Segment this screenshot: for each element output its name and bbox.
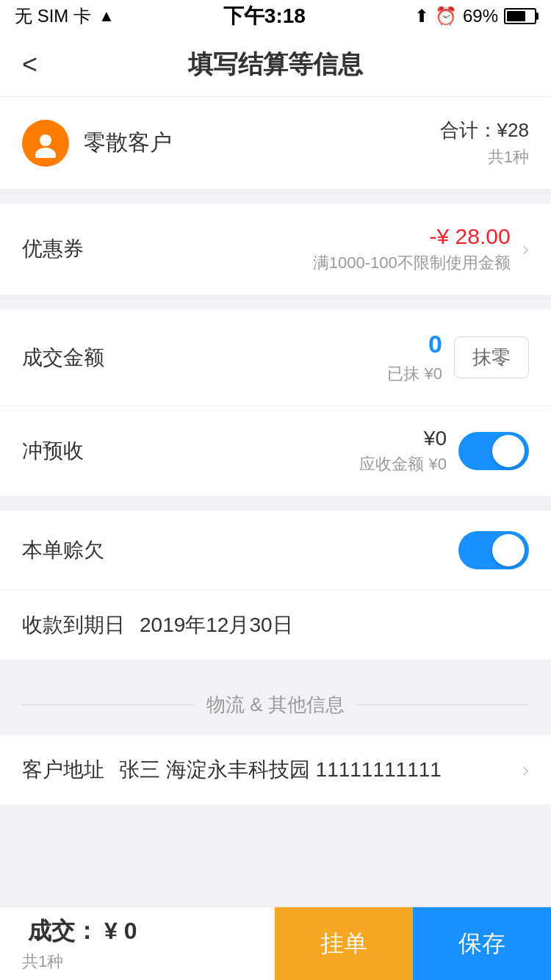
bottom-deal-value: ¥ 0 <box>104 918 137 944</box>
bottom-count-label: 共1种 <box>22 951 275 973</box>
toggle-knob <box>492 435 525 467</box>
customer-total: 合计：¥28 <box>440 118 529 143</box>
duedate-row: 收款到期日 2019年12月30日 <box>0 590 551 660</box>
back-button[interactable]: < <box>22 49 37 80</box>
nav-bar: < 填写结算等信息 <box>0 32 551 97</box>
divider-3 <box>0 496 551 511</box>
deal-amount-sub: 已抹 ¥0 <box>387 363 442 385</box>
coupon-right: -¥ 28.00 满1000-100不限制使用金额 › <box>313 224 529 274</box>
battery-icon <box>504 8 536 24</box>
chevron-right-icon: › <box>522 237 529 261</box>
coupon-info: -¥ 28.00 满1000-100不限制使用金额 <box>313 224 511 274</box>
duedate-label: 收款到期日 <box>22 611 125 639</box>
credit-section: 本单赊欠 收款到期日 2019年12月30日 <box>0 511 551 660</box>
logistics-header: 物流 & 其他信息 <box>0 674 551 735</box>
location-icon: ⬆ <box>414 6 429 26</box>
page-title: 填写结算等信息 <box>188 48 363 82</box>
coupon-description: 满1000-100不限制使用金额 <box>313 252 511 274</box>
logistics-line-right <box>356 705 529 705</box>
deal-section: 成交金额 0 已抹 ¥0 抹零 冲预收 ¥0 应收金额 ¥0 <box>0 309 551 496</box>
carrier-label: 无 SIM 卡 <box>15 4 91 28</box>
save-button[interactable]: 保存 <box>413 907 551 980</box>
alarm-icon: ⏰ <box>435 6 457 26</box>
precollect-sub: 应收金额 ¥0 <box>359 453 447 475</box>
logistics-line-left <box>22 705 195 705</box>
customer-count: 共1种 <box>440 146 529 168</box>
address-value: 张三 海淀永丰科技园 11111111111 <box>119 756 522 784</box>
coupon-section: 优惠券 -¥ 28.00 满1000-100不限制使用金额 › <box>0 203 551 295</box>
duedate-value: 2019年12月30日 <box>140 611 293 639</box>
coupon-row[interactable]: 优惠券 -¥ 28.00 满1000-100不限制使用金额 › <box>0 203 551 295</box>
deal-amount-label: 成交金额 <box>22 344 104 372</box>
status-right: ⬆ ⏰ 69% <box>414 6 536 26</box>
coupon-discount: -¥ 28.00 <box>313 224 511 249</box>
precollect-right: ¥0 应收金额 ¥0 <box>359 427 529 475</box>
battery-fill <box>507 11 525 21</box>
address-label: 客户地址 <box>22 756 104 784</box>
svg-point-0 <box>40 134 51 146</box>
wifi-icon: ▲ <box>98 7 115 26</box>
hold-button[interactable]: 挂单 <box>275 907 413 980</box>
battery-percent: 69% <box>463 6 498 26</box>
precollect-toggle[interactable] <box>458 432 529 470</box>
divider-4 <box>0 660 551 674</box>
precollect-value: ¥0 <box>359 427 447 450</box>
customer-section: 零散客户 合计：¥28 共1种 <box>0 97 551 189</box>
status-bar: 无 SIM 卡 ▲ 下午3:18 ⬆ ⏰ 69% <box>0 0 551 32</box>
status-left: 无 SIM 卡 ▲ <box>15 4 115 28</box>
battery-tip <box>536 12 539 20</box>
credit-label: 本单赊欠 <box>22 536 104 564</box>
credit-toggle[interactable] <box>458 531 529 569</box>
svg-point-1 <box>35 148 56 158</box>
deal-amount-row: 成交金额 0 已抹 ¥0 抹零 <box>0 309 551 406</box>
address-row[interactable]: 客户地址 张三 海淀永丰科技园 11111111111 › <box>0 735 551 804</box>
bottom-deal-prefix: 成交： <box>28 918 98 944</box>
logistics-label: 物流 & 其他信息 <box>206 692 345 718</box>
bottom-info: 成交：¥ 0 共1种 <box>0 907 275 980</box>
time-label: 下午3:18 <box>223 2 306 30</box>
precollect-row: 冲预收 ¥0 应收金额 ¥0 <box>0 406 551 496</box>
deal-amount-right: 0 已抹 ¥0 抹零 <box>387 330 529 385</box>
coupon-label: 优惠券 <box>22 235 84 263</box>
deal-amount-info: 0 已抹 ¥0 <box>387 330 442 385</box>
credit-toggle-knob <box>492 534 525 566</box>
precollect-info: ¥0 应收金额 ¥0 <box>359 427 447 475</box>
deal-amount-value: 0 <box>428 330 442 358</box>
divider-1 <box>0 189 551 203</box>
customer-left: 零散客户 <box>22 120 172 167</box>
divider-2 <box>0 295 551 309</box>
address-chevron-icon: › <box>522 758 529 782</box>
bottom-deal-label: 成交：¥ 0 <box>22 915 275 948</box>
credit-row: 本单赊欠 <box>0 511 551 590</box>
precollect-label: 冲预收 <box>22 437 84 465</box>
customer-name: 零散客户 <box>84 128 172 158</box>
round-button[interactable]: 抹零 <box>454 336 529 378</box>
bottom-bar: 成交：¥ 0 共1种 挂单 保存 <box>0 907 551 980</box>
content-area: 零散客户 合计：¥28 共1种 优惠券 -¥ 28.00 满1000-100不限… <box>0 97 551 980</box>
avatar <box>22 120 69 167</box>
customer-right: 合计：¥28 共1种 <box>440 118 529 168</box>
